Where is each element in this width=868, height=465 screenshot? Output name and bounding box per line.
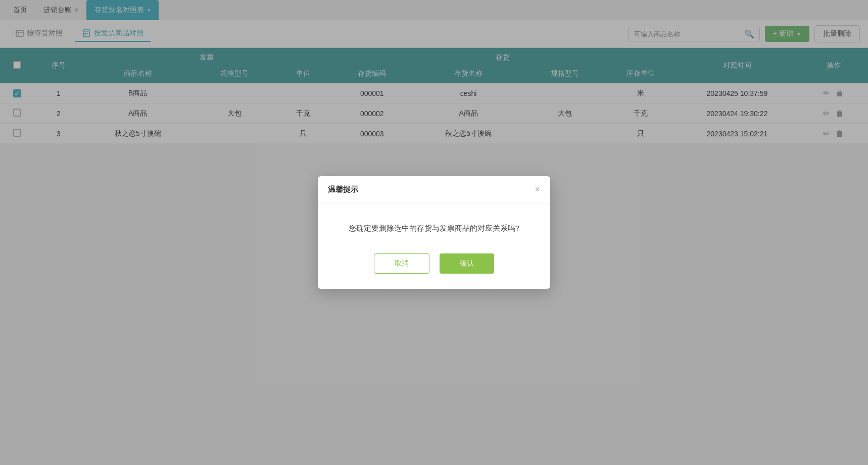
modal-overlay: 温馨提示 × 您确定要删除选中的存货与发票商品的对应关系吗? 取消 确认 [0, 0, 868, 144]
